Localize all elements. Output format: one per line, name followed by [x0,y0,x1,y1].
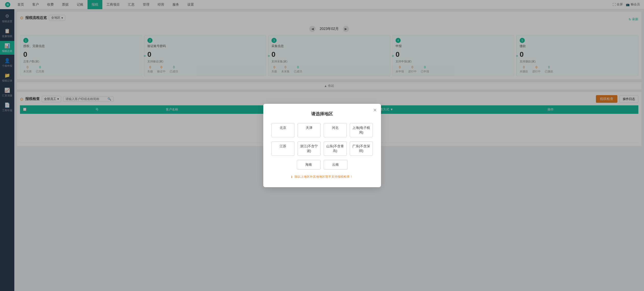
region-btn-云南[interactable]: 云南 [324,160,347,170]
region-btn-山东(不含青岛)[interactable]: 山东(不含青岛) [324,141,347,156]
region-select-modal: ✕ 请选择地区 北京天津河北上海(电子税局) 江苏浙江(不含宁波)山东(不含青岛… [263,104,381,187]
region-btn-天津[interactable]: 天津 [298,123,321,137]
region-row1: 北京天津河北上海(电子税局) [271,123,373,137]
region-btn-江苏[interactable]: 江苏 [271,141,294,156]
modal-title: 请选择地区 [271,111,373,117]
modal-close-btn[interactable]: ✕ [373,107,377,113]
region-row3: 海南云南 [271,160,373,170]
modal-warning: ℹ 除以上地区外其他地区暂不支持报税检查！ [271,175,373,179]
warning-icon: ℹ [291,175,292,179]
region-btn-河北[interactable]: 河北 [324,123,347,137]
warning-text: 除以上地区外其他地区暂不支持报税检查！ [294,175,353,179]
region-btn-北京[interactable]: 北京 [271,123,294,137]
region-btn-浙江(不含宁波)[interactable]: 浙江(不含宁波) [298,141,321,156]
region-row2: 江苏浙江(不含宁波)山东(不含青岛)广东(不含深圳) [271,141,373,156]
region-btn-上海(电子税局)[interactable]: 上海(电子税局) [350,123,373,137]
modal-overlay[interactable]: ✕ 请选择地区 北京天津河北上海(电子税局) 江苏浙江(不含宁波)山东(不含青岛… [0,0,644,291]
region-btn-广东(不含深圳)[interactable]: 广东(不含深圳) [350,141,373,156]
region-btn-海南[interactable]: 海南 [297,160,321,170]
